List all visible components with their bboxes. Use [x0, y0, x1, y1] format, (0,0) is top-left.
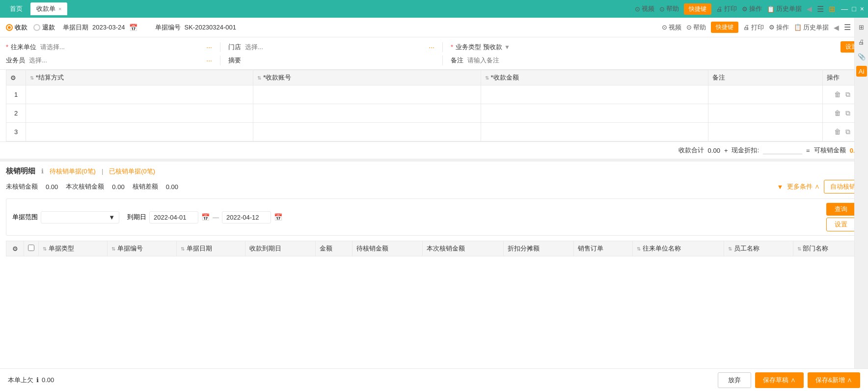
- radio-tuikuan[interactable]: 退款: [33, 23, 55, 32]
- video-link[interactable]: ⊙ 视频: [635, 4, 654, 13]
- settlement-cell-1[interactable]: [26, 85, 253, 104]
- delete-icon-1[interactable]: 🗑: [834, 90, 841, 98]
- note-cell-1[interactable]: [708, 85, 823, 104]
- biztype-select[interactable]: 预收款 ▼: [483, 43, 542, 52]
- net-label: 可核销金额: [814, 146, 846, 155]
- video-link2[interactable]: ⊙ 视频: [662, 23, 681, 32]
- help-link2[interactable]: ⊙ 帮助: [686, 23, 706, 32]
- shortcut-button[interactable]: 快捷键: [684, 3, 711, 15]
- history-link2[interactable]: 📋 历史单据: [794, 23, 829, 32]
- minimize-button[interactable]: —: [841, 5, 848, 13]
- operations-link[interactable]: ⚙ 操作: [742, 4, 762, 13]
- doc-info: 单据日期 2023-03-24 📅 单据编号 SK-20230324-001: [63, 23, 654, 32]
- amount-cell-3[interactable]: [481, 123, 708, 141]
- payment-table: ⚙ ⇅ *结算方式 ⇅ *收款账号 ⇅ *收款金额 备注 操作 1 🗑: [6, 70, 862, 141]
- delete-icon-2[interactable]: 🗑: [834, 109, 841, 117]
- more-conditions-btn[interactable]: 更多条件 ∧: [787, 182, 820, 191]
- note-input[interactable]: [465, 56, 862, 65]
- calendar-icon[interactable]: 📅: [129, 24, 137, 31]
- pending-tab[interactable]: 待核销单据(0笔): [50, 167, 96, 176]
- radio-shoukuan[interactable]: 收款: [6, 23, 27, 32]
- print-link2[interactable]: 🖨 打印: [743, 23, 764, 32]
- print-icon: 🖨: [716, 5, 723, 13]
- print-link[interactable]: 🖨 打印: [716, 4, 737, 13]
- grid-view-icon[interactable]: ⊞: [829, 4, 835, 14]
- amount-cell-1[interactable]: [481, 85, 708, 104]
- date-from-input[interactable]: [149, 211, 198, 223]
- help-link[interactable]: ⊙ 帮助: [659, 4, 679, 13]
- filter-settings-button[interactable]: 设置: [826, 218, 856, 231]
- save-new-button[interactable]: 保存&新增 ∧: [808, 372, 860, 388]
- right-sidebar: ⊞ 🖨 📎 Ai: [854, 18, 868, 368]
- settlement-cell-3[interactable]: [26, 123, 253, 141]
- close-tab-icon[interactable]: ×: [58, 6, 61, 12]
- settlement-cell-2[interactable]: [26, 104, 253, 123]
- date-from-calendar-icon[interactable]: 📅: [201, 213, 210, 221]
- date-to-calendar-icon[interactable]: 📅: [274, 213, 282, 221]
- counterpart-field: * 往来单位 ···: [6, 42, 212, 52]
- radio-tuikuan-label: 退款: [42, 23, 55, 32]
- date-label: 单据日期: [63, 23, 88, 32]
- delete-icon-3[interactable]: 🗑: [834, 128, 841, 136]
- sidebar-ai-icon[interactable]: Ai: [856, 66, 867, 77]
- home-tab[interactable]: 首页: [4, 2, 28, 15]
- close-window-button[interactable]: ×: [860, 5, 864, 13]
- account-cell-2[interactable]: [253, 104, 481, 123]
- ops-icon2: ⚙: [769, 24, 775, 31]
- save-new-label: 保存&新增 ∧: [815, 376, 852, 385]
- gear-icon: ⚙: [10, 74, 16, 82]
- prev-arrow2[interactable]: ◀: [834, 24, 839, 31]
- query-button[interactable]: 查询: [826, 203, 856, 216]
- amount-cell-2[interactable]: [481, 104, 708, 123]
- staff-input[interactable]: [27, 56, 204, 65]
- date-dash: —: [213, 214, 219, 221]
- table-row: 3 🗑 ⧉: [6, 123, 862, 141]
- shortcut-btn2[interactable]: 快捷键: [711, 22, 738, 33]
- th-account: ⇅ *收款账号: [253, 70, 481, 85]
- staff-more-icon[interactable]: ···: [206, 56, 212, 64]
- history-link[interactable]: 📋 历史单据: [767, 4, 802, 13]
- sub-th-checkbox[interactable]: [24, 241, 39, 256]
- abandon-button[interactable]: 放弃: [718, 372, 751, 388]
- due-label: 到期日: [127, 213, 146, 222]
- note-cell-3[interactable]: [708, 123, 823, 141]
- copy-icon-1[interactable]: ⧉: [845, 90, 850, 98]
- store-input[interactable]: [243, 42, 427, 52]
- counterpart-more-icon[interactable]: ···: [206, 43, 212, 51]
- account-cell-3[interactable]: [253, 123, 481, 141]
- store-more-icon[interactable]: ···: [429, 43, 434, 51]
- abstract-input[interactable]: [243, 56, 434, 65]
- verify-info-icon[interactable]: ℹ: [41, 168, 44, 175]
- account-cell-1[interactable]: [253, 85, 481, 104]
- th-gear[interactable]: ⚙: [6, 70, 26, 85]
- print-icon2: 🖨: [743, 24, 750, 31]
- copy-icon-3[interactable]: ⧉: [845, 128, 850, 136]
- ops-icon: ⚙: [742, 5, 748, 13]
- form-header-right: ⊙ 视频 ⊙ 帮助 快捷键 🖨 打印 ⚙ 操作 📋 历史单据 ◀ ☰ ⊞: [662, 22, 862, 33]
- list-view2[interactable]: ☰: [844, 23, 851, 32]
- video-icon2: ⊙: [662, 24, 667, 31]
- save-draft-button[interactable]: 保存草稿 ∧: [755, 372, 804, 388]
- list-view-icon[interactable]: ☰: [817, 4, 824, 14]
- prev-info-icon[interactable]: ℹ: [36, 376, 39, 384]
- select-all-checkbox[interactable]: [28, 245, 34, 251]
- restore-button[interactable]: □: [852, 5, 856, 13]
- help-icon: ⊙: [659, 5, 665, 13]
- copy-icon-2[interactable]: ⧉: [845, 109, 850, 117]
- sidebar-attach-icon[interactable]: 📎: [856, 51, 867, 62]
- date-to-input[interactable]: [222, 211, 271, 223]
- bottom-left: 本单上欠 ℹ 0.00: [8, 376, 54, 385]
- sidebar-table-icon[interactable]: ⊞: [856, 22, 867, 32]
- discount-input[interactable]: [763, 146, 802, 154]
- sub-th-gear[interactable]: ⚙: [6, 241, 24, 256]
- form-header: 收款 退款 单据日期 2023-03-24 📅 单据编号 SK-20230324…: [0, 18, 868, 37]
- done-tab[interactable]: 已核销单据(0笔): [109, 167, 155, 176]
- sidebar-print-icon[interactable]: 🖨: [856, 36, 867, 47]
- range-select[interactable]: ▼: [41, 211, 119, 223]
- note-cell-2[interactable]: [708, 104, 823, 123]
- biztype-label: 业务类型: [456, 43, 481, 52]
- prev-arrow[interactable]: ◀: [807, 5, 812, 13]
- ops-link2[interactable]: ⚙ 操作: [769, 23, 789, 32]
- counterpart-input[interactable]: [38, 42, 204, 52]
- shoukuan-tab[interactable]: 收款单 ×: [30, 2, 67, 15]
